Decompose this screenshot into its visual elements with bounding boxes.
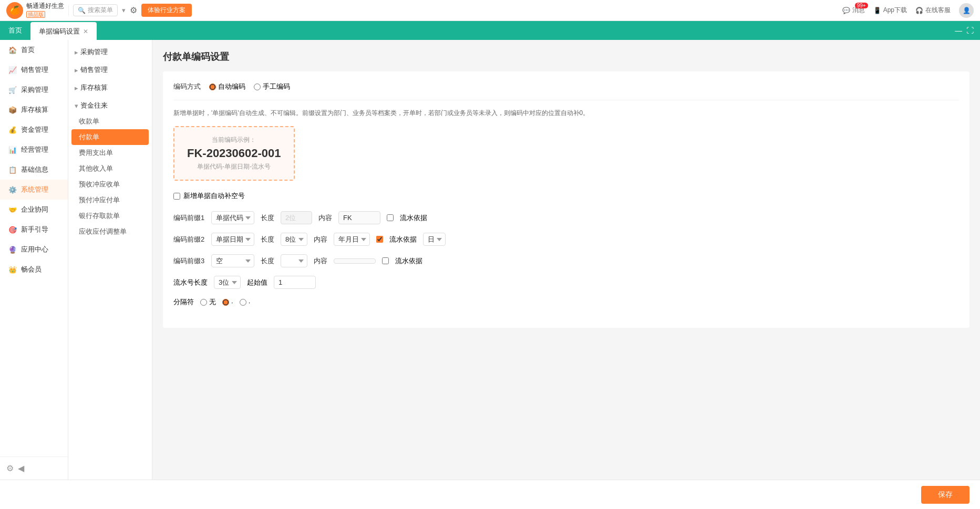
guide-icon: 🎯 [8, 226, 17, 234]
serial2-unit-select[interactable]: 日 月 年 [423, 233, 446, 246]
manual-encode-radio[interactable] [254, 84, 261, 90]
sub-nav-group-purchase: 采购管理 [68, 44, 152, 60]
manual-encode-option[interactable]: 手工编码 [254, 82, 290, 91]
settings-icon[interactable]: ⚙ [130, 5, 137, 15]
trial-btn[interactable]: 体验行业方案 [141, 4, 192, 17]
save-button[interactable]: 保存 [921, 486, 969, 504]
sidebar-item-finance[interactable]: 💰 资金管理 [0, 120, 68, 140]
maximize-icon[interactable]: ⛶ [966, 26, 974, 35]
tab-close-icon[interactable]: ✕ [83, 28, 88, 35]
length1-label: 长度 [261, 213, 274, 223]
manual-encode-label: 手工编码 [263, 82, 290, 91]
prefix3-label: 编码前缀3 [173, 256, 205, 266]
service-label: 在线客服 [925, 6, 951, 15]
bottom-bar: 保存 [0, 480, 980, 509]
sub-nav-finance-title[interactable]: 资金往来 [68, 98, 152, 113]
sub-nav-adjust[interactable]: 应收应付调整单 [68, 224, 152, 240]
sidebar-item-base-info[interactable]: 📋 基础信息 [0, 160, 68, 180]
separator-row: 分隔符 无 · · [173, 297, 959, 307]
sidebar-item-guide[interactable]: 🎯 新手引导 [0, 220, 68, 240]
start-value-input[interactable] [274, 276, 316, 289]
auto-fill-label: 新增单据自动补空号 [183, 191, 245, 201]
search-bar[interactable]: 🔍 搜索菜单 [73, 4, 118, 16]
encode-method-row: 编码方式 自动编码 手工编码 [173, 82, 959, 100]
page-title: 付款单编码设置 [163, 50, 969, 63]
tab-encode-label: 单据编码设置 [39, 27, 80, 36]
settings-footer-icon[interactable]: ⚙ [6, 463, 14, 473]
content3-label: 内容 [314, 256, 327, 266]
sub-nav-advance-payment[interactable]: 预付冲应付单 [68, 192, 152, 208]
separator-dot2-label: · [249, 298, 251, 306]
sub-nav-advance-receipt[interactable]: 预收冲应收单 [68, 176, 152, 192]
preview-label: 当前编码示例： [187, 136, 281, 144]
serial-length-select[interactable]: 3位 4位 5位 [214, 276, 241, 289]
logo-tag: 插品版 [26, 11, 45, 18]
system-icon: ⚙️ [8, 186, 17, 194]
separator-dot2-option[interactable]: · [240, 298, 251, 306]
sidebar-item-apps[interactable]: 🔮 应用中心 [0, 240, 68, 259]
sub-nav-purchase-title[interactable]: 采购管理 [68, 44, 152, 60]
preview-code: FK-20230602-001 [187, 147, 281, 160]
message-btn[interactable]: 💬 消息 99+ [842, 6, 865, 15]
sidebar-item-home[interactable]: 🏠 首页 [0, 40, 68, 60]
encode-method-label: 编码方式 [173, 82, 201, 91]
topbar: 🍊 畅通通好生意 插品版 🔍 搜索菜单 ▾ ⚙ 体验行业方案 💬 消息 99+ … [0, 0, 980, 21]
sub-nav-other-income[interactable]: 其他收入单 [68, 161, 152, 176]
sidebar-item-inventory[interactable]: 📦 库存核算 [0, 100, 68, 120]
serial2-checkbox[interactable] [376, 236, 383, 243]
length3-label: 长度 [261, 256, 274, 266]
serial1-checkbox[interactable] [387, 214, 394, 221]
minimize-icon[interactable]: — [955, 26, 962, 35]
user-avatar[interactable]: 👤 [959, 3, 974, 18]
separator-none-radio[interactable] [200, 299, 207, 306]
encode-radio-group: 自动编码 手工编码 [209, 82, 290, 91]
sidebar-item-member[interactable]: 👑 畅会员 [0, 259, 68, 279]
serial3-checkbox[interactable] [382, 257, 389, 264]
topbar-left: 🍊 畅通通好生意 插品版 🔍 搜索菜单 ▾ ⚙ 体验行业方案 [6, 2, 192, 19]
sidebar-item-enterprise[interactable]: 🤝 企业协同 [0, 200, 68, 220]
sidebar-item-operation[interactable]: 📊 经营管理 [0, 140, 68, 160]
sub-nav-receipt[interactable]: 收款单 [68, 113, 152, 129]
sub-nav-group-sales: 销售管理 [68, 62, 152, 78]
length2-select[interactable]: 8位 6位 4位 [281, 233, 307, 246]
tab-encode-settings[interactable]: 单据编码设置 ✕ [30, 22, 97, 41]
service-icon: 🎧 [915, 7, 923, 14]
prefix2-select[interactable]: 单据日期 单据代码 部门 空 [211, 233, 254, 246]
online-service-btn[interactable]: 🎧 在线客服 [915, 6, 951, 15]
sub-nav-payment[interactable]: 付款单 [71, 129, 149, 145]
separator-dot-radio[interactable] [222, 299, 229, 306]
length3-select[interactable]: 2位 4位 [281, 254, 307, 267]
separator-none-option[interactable]: 无 [200, 297, 216, 307]
app-download-btn[interactable]: 📱 App下载 [873, 6, 907, 15]
apps-icon: 🔮 [8, 246, 17, 254]
content-area: 付款单编码设置 编码方式 自动编码 手工编码 新增单据时，'单据编码'自动生成 [152, 40, 980, 480]
dropdown-arrow-icon[interactable]: ▾ [122, 6, 126, 14]
logo-text: 畅通通好生意 插品版 [26, 2, 64, 18]
sub-nav-inventory-title[interactable]: 库存核算 [68, 80, 152, 96]
base-info-icon: 📋 [8, 166, 17, 174]
sub-nav-sales-title[interactable]: 销售管理 [68, 62, 152, 78]
prefix1-select[interactable]: 单据代码 部门 业务员 空 [211, 211, 254, 224]
length2-label: 长度 [261, 235, 274, 244]
sub-nav-bank[interactable]: 银行存取款单 [68, 208, 152, 224]
config-row-2: 编码前缀2 单据日期 单据代码 部门 空 长度 8位 6位 4位 内容 年月日 … [173, 233, 959, 246]
auto-fill-checkbox[interactable] [173, 193, 180, 200]
enterprise-icon: 🤝 [8, 206, 17, 214]
collapse-icon[interactable]: ◀ [18, 463, 24, 473]
sub-nav-expense[interactable]: 费用支出单 [68, 145, 152, 161]
serial3-label: 流水依据 [395, 256, 422, 266]
inventory-icon: 📦 [8, 106, 17, 114]
separator-dot-option[interactable]: · [222, 298, 233, 306]
tab-home[interactable]: 首页 [0, 21, 30, 40]
auto-encode-option[interactable]: 自动编码 [209, 82, 245, 91]
preview-desc: 单据代码-单据日期-流水号 [187, 162, 281, 171]
prefix3-select[interactable]: 空 单据代码 单据日期 部门 [211, 254, 254, 267]
sidebar-item-purchase[interactable]: 🛒 采购管理 [0, 80, 68, 100]
separator-dot2-radio[interactable] [240, 299, 246, 306]
logo: 🍊 畅通通好生意 插品版 [6, 2, 64, 19]
content2-select[interactable]: 年月日 年月 年 [334, 233, 370, 246]
sidebar-item-sales[interactable]: 📈 销售管理 [0, 60, 68, 80]
finance-icon: 💰 [8, 126, 17, 134]
auto-encode-radio[interactable] [209, 84, 216, 90]
sidebar-item-system[interactable]: ⚙️ 系统管理 [0, 180, 68, 200]
